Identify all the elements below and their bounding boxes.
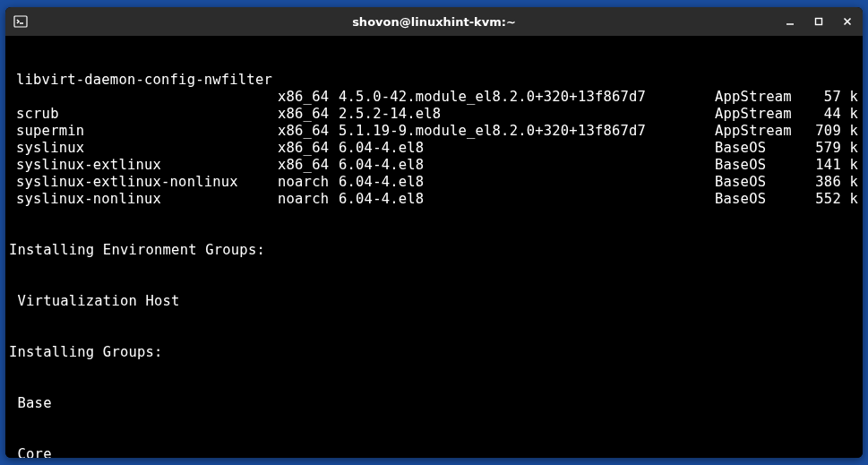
package-version: 6.04-4.el8 — [339, 140, 715, 157]
package-version — [339, 72, 715, 89]
group-item: Base — [9, 395, 859, 412]
groups-header: Installing Groups: — [9, 344, 859, 361]
package-name: libvirt-daemon-config-nwfilter — [9, 72, 278, 89]
package-repo: BaseOS — [715, 174, 804, 191]
svg-rect-2 — [816, 19, 822, 25]
maximize-button[interactable] — [811, 13, 827, 30]
env-groups-header: Installing Environment Groups: — [9, 242, 859, 259]
package-arch — [278, 72, 339, 89]
package-repo: AppStream — [715, 89, 804, 106]
package-size: 44 k — [804, 106, 858, 123]
package-name: syslinux — [9, 140, 278, 157]
package-arch: x86_64 — [278, 157, 339, 174]
package-name: syslinux-nonlinux — [9, 191, 278, 208]
package-size: 552 k — [804, 191, 858, 208]
package-name: syslinux-extlinux-nonlinux — [9, 174, 278, 191]
package-row: syslinux-nonlinuxnoarch6.04-4.el8BaseOS5… — [9, 191, 859, 208]
package-row: scrubx86_642.5.2-14.el8AppStream44 k — [9, 106, 859, 123]
package-size — [804, 72, 858, 89]
package-arch: x86_64 — [278, 123, 339, 140]
package-repo — [715, 72, 804, 89]
package-version: 6.04-4.el8 — [339, 174, 715, 191]
package-version: 6.04-4.el8 — [339, 157, 715, 174]
package-row: syslinux-extlinux-nonlinuxnoarch6.04-4.e… — [9, 174, 859, 191]
package-repo: BaseOS — [715, 191, 804, 208]
package-version: 5.1.19-9.module_el8.2.0+320+13f867d7 — [339, 123, 715, 140]
window-title: shovon@linuxhint-kvm:~ — [352, 15, 516, 29]
package-row: syslinux-extlinuxx86_646.04-4.el8BaseOS1… — [9, 157, 859, 174]
terminal-output[interactable]: libvirt-daemon-config-nwfilterx86_644.5.… — [5, 36, 863, 458]
package-size: 141 k — [804, 157, 858, 174]
package-name: supermin — [9, 123, 278, 140]
package-arch: noarch — [278, 174, 339, 191]
package-row: libvirt-daemon-config-nwfilter — [9, 72, 859, 89]
package-arch: x86_64 — [278, 140, 339, 157]
package-size: 709 k — [804, 123, 858, 140]
package-size: 386 k — [804, 174, 858, 191]
minimize-button[interactable] — [782, 13, 798, 30]
package-arch: noarch — [278, 191, 339, 208]
package-row: syslinuxx86_646.04-4.el8BaseOS579 k — [9, 140, 859, 157]
package-version: 2.5.2-14.el8 — [339, 106, 715, 123]
package-name: scrub — [9, 106, 278, 123]
terminal-window: shovon@linuxhint-kvm:~ libvirt-daemon-co… — [5, 7, 863, 458]
close-button[interactable] — [839, 13, 855, 30]
package-size: 57 k — [804, 89, 858, 106]
package-version: 4.5.0-42.module_el8.2.0+320+13f867d7 — [339, 89, 715, 106]
package-arch: x86_64 — [278, 89, 339, 106]
window-controls — [782, 13, 855, 30]
group-item: Core — [9, 446, 859, 458]
window-titlebar[interactable]: shovon@linuxhint-kvm:~ — [5, 7, 863, 36]
env-group-item: Virtualization Host — [9, 293, 859, 310]
package-repo: BaseOS — [715, 157, 804, 174]
package-name — [9, 89, 278, 106]
package-row: x86_644.5.0-42.module_el8.2.0+320+13f867… — [9, 89, 859, 106]
package-repo: AppStream — [715, 123, 804, 140]
package-repo: AppStream — [715, 106, 804, 123]
terminal-icon — [13, 13, 29, 30]
package-size: 579 k — [804, 140, 858, 157]
package-name: syslinux-extlinux — [9, 157, 278, 174]
package-arch: x86_64 — [278, 106, 339, 123]
svg-rect-0 — [14, 16, 27, 27]
package-row: superminx86_645.1.19-9.module_el8.2.0+32… — [9, 123, 859, 140]
package-repo: BaseOS — [715, 140, 804, 157]
package-version: 6.04-4.el8 — [339, 191, 715, 208]
